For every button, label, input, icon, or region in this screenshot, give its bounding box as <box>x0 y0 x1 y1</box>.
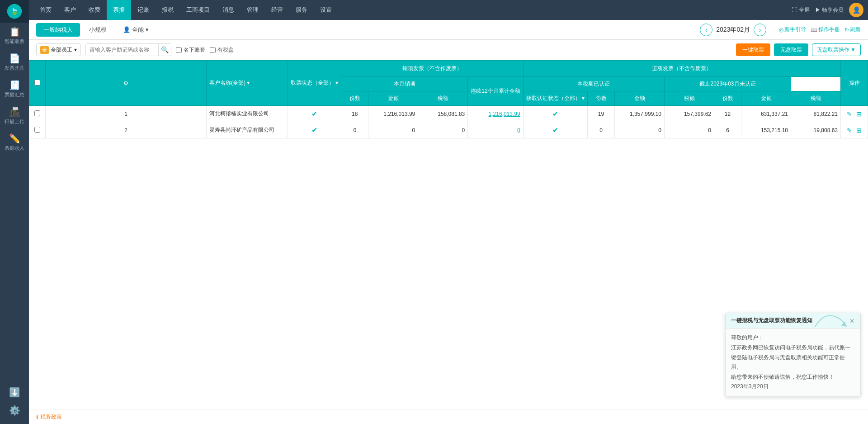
chevron-down-icon: ▾ <box>146 26 149 33</box>
row-cert-status-1: ✔ <box>523 122 587 138</box>
sidebar-item-issue-invoice[interactable]: 📄 发票开具 <box>0 49 29 76</box>
main-table: ⚙ 客户名称(全部) ▾ 取票状态（全部） ▾ 销项发票（不含作废票） <box>29 60 868 138</box>
row-tax2-0: 157,399.62 <box>665 106 714 122</box>
toolbar-right: 一键取票 无盘取票 无盘取票操作 ▼ <box>736 43 861 56</box>
ops-chevron-icon: ▼ <box>850 47 856 53</box>
topnav-settings[interactable]: 设置 <box>314 0 338 20</box>
col-cumulative-header: 连续12个月累计金额 <box>468 77 523 106</box>
row-amount2-1: 0 <box>615 122 665 138</box>
settings-icon: ⚙️ <box>9 406 20 415</box>
edit-icon-0[interactable]: ✎ <box>847 110 852 118</box>
topnav-biz-project[interactable]: 工商项目 <box>180 0 216 20</box>
topnav-collection[interactable]: 收费 <box>82 0 107 20</box>
employee-filter[interactable]: 全 全部员工 ▾ <box>36 43 81 56</box>
topnav-invoice[interactable]: 票据 <box>107 0 131 20</box>
search-input[interactable] <box>86 43 158 56</box>
cert-filter-icon: ▾ <box>582 95 585 101</box>
col-fetch-status-header[interactable]: 取票状态（全部） ▾ <box>288 61 341 106</box>
new-guide-btn[interactable]: ◎ 新手引导 <box>779 26 806 33</box>
col-purchase-group-header: 进项发票（不含作废票） <box>523 61 840 77</box>
issue-invoice-icon: 📄 <box>9 54 20 63</box>
sidebar-item-download[interactable]: ⬇️ <box>9 383 20 401</box>
table-gear-icon[interactable]: ⚙ <box>123 80 128 86</box>
row-check-0[interactable] <box>34 110 40 116</box>
check-account-label[interactable]: 名下账套 <box>176 46 205 54</box>
col-sales-count-header: 份数 <box>341 91 368 106</box>
col-sales-amount-header: 金额 <box>368 91 418 106</box>
invoice-summary-icon: 🧾 <box>9 81 20 90</box>
row-fetch-status-0: ✔ <box>288 106 341 122</box>
tab-bar: 一般纳税人 小规模 👤 全能 ▾ ‹ 2023年02月 › ◎ 新手引导 📖 操… <box>29 20 868 40</box>
sidebar-item-scan-upload[interactable]: 📠 扫描上传 <box>0 103 29 129</box>
row-amount3-0: 631,337.21 <box>741 106 791 122</box>
bottom-bar[interactable]: ℹ 税务政策 <box>29 410 868 424</box>
name-filter-icon: ▾ <box>247 80 250 86</box>
has-tax-disk-checkbox[interactable] <box>210 47 216 53</box>
period-label: 2023年02月 <box>716 26 750 34</box>
row-cert-status-0: ✔ <box>523 106 587 122</box>
filter-chevron-icon: ▾ <box>74 47 77 53</box>
sidebar-logo[interactable]: 🍃 <box>0 0 29 23</box>
edit-icon-1[interactable]: ✎ <box>847 127 852 134</box>
search-button[interactable]: 🔍 <box>158 43 171 56</box>
tab-general[interactable]: 一般纳税人 <box>36 23 80 37</box>
view-icon-1[interactable]: ⊞ <box>856 127 862 134</box>
col-settings-header: ⚙ <box>46 61 207 106</box>
search-wrap: 🔍 <box>85 43 171 56</box>
no-disk-fetch-btn[interactable]: 无盘取票 <box>774 43 808 56</box>
sidebar-item-smart-fetch[interactable]: 📋 智能取票 <box>0 23 29 49</box>
no-disk-ops-btn[interactable]: 无盘取票操作 ▼ <box>812 43 861 56</box>
row-cumulative-0[interactable]: 1,216,013.99 <box>468 106 523 122</box>
topnav-home[interactable]: 首页 <box>33 0 58 20</box>
topnav-bookkeeping[interactable]: 记账 <box>131 0 156 20</box>
select-all-checkbox[interactable] <box>34 80 40 86</box>
sidebar-item-settings[interactable]: ⚙️ <box>9 401 20 419</box>
row-amount3-1: 153,215.10 <box>741 122 791 138</box>
notification-close-btn[interactable]: ✕ <box>849 317 855 324</box>
row-count3-0: 12 <box>714 106 741 122</box>
fullscreen-btn[interactable]: ⛶ 全屏 <box>792 6 809 14</box>
row-index-1: 2 <box>46 122 207 138</box>
row-check-1[interactable] <box>34 127 40 133</box>
row-tax-0: 158,081.83 <box>418 106 468 122</box>
col-cert-status-header[interactable]: 获取认证状态（全部） ▾ <box>523 91 587 106</box>
notification-title: 一键报税与无盘取票功能恢复通知 <box>731 317 812 324</box>
col-purch-count-header: 份数 <box>588 91 615 106</box>
col-uncert-tax-header: 税额 <box>791 91 841 106</box>
sidebar-item-data-entry[interactable]: ✏️ 票据录入 <box>0 129 29 156</box>
topnav-customer[interactable]: 客户 <box>58 0 82 20</box>
download-icon: ⬇️ <box>9 388 20 397</box>
col-sales-group-header: 销项发票（不含作废票） <box>341 61 523 77</box>
topnav-management[interactable]: 管理 <box>241 0 265 20</box>
topnav-right: ⛶ 全屏 ▶ 畅享会员 👤 <box>792 3 863 17</box>
view-icon-0[interactable]: ⊞ <box>856 110 862 118</box>
topnav-service[interactable]: 服务 <box>289 0 314 20</box>
sidebar-item-invoice-summary[interactable]: 🧾 票据汇总 <box>0 76 29 103</box>
col-sales-tax-header: 税额 <box>418 91 468 106</box>
manual-btn[interactable]: 📖 操作手册 <box>811 26 840 33</box>
row-count-1: 0 <box>341 122 368 138</box>
vip-btn[interactable]: ▶ 畅享会员 <box>815 6 844 14</box>
has-tax-disk-label[interactable]: 有税盘 <box>210 46 234 54</box>
col-uncert-amount-header: 金额 <box>741 91 791 106</box>
topnav-message[interactable]: 消息 <box>216 0 241 20</box>
period-nav: ‹ 2023年02月 › <box>700 24 766 36</box>
row-cumulative-1[interactable]: 0 <box>468 122 523 138</box>
tab-all[interactable]: 👤 全能 ▾ <box>116 23 156 37</box>
one-click-fetch-btn[interactable]: 一键取票 <box>736 43 770 56</box>
check-account-checkbox[interactable] <box>176 47 182 53</box>
tab-small[interactable]: 小规模 <box>82 23 114 37</box>
prev-period-btn[interactable]: ‹ <box>700 24 712 36</box>
topnav-operation[interactable]: 经营 <box>265 0 289 20</box>
row-amount2-0: 1,357,999.10 <box>615 106 665 122</box>
topnav-tax[interactable]: 报税 <box>156 0 180 20</box>
avatar[interactable]: 👤 <box>849 3 863 17</box>
notification-header: 一键报税与无盘取票功能恢复通知 ✕ <box>726 313 860 329</box>
next-period-btn[interactable]: › <box>754 24 766 36</box>
row-ops-1: ✎ ⊞ <box>841 122 868 138</box>
row-index-0: 1 <box>46 106 207 122</box>
col-purch-amount-header: 金额 <box>615 91 665 106</box>
col-name-header[interactable]: 客户名称(全部) ▾ <box>206 61 288 106</box>
refresh-btn[interactable]: ↻ 刷新 <box>844 26 861 33</box>
sidebar: 🍃 📋 智能取票 📄 发票开具 🧾 票据汇总 📠 扫描上传 ✏️ 票据录入 ⬇️… <box>0 0 29 424</box>
